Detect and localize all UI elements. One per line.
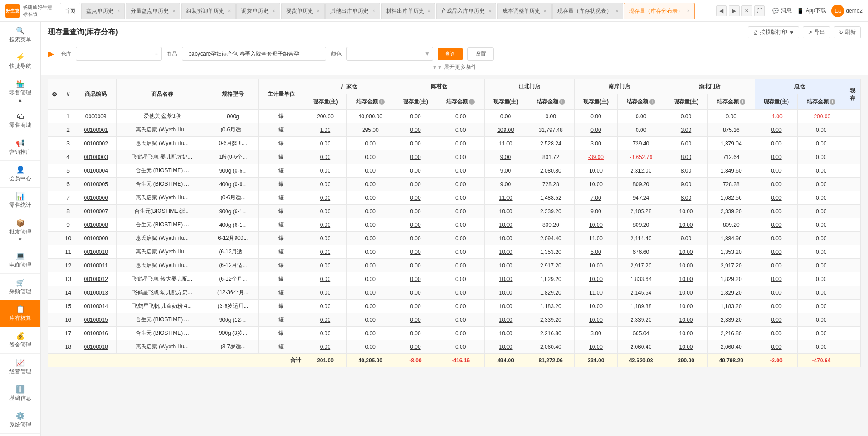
table-cell[interactable]: 0.00 [755, 259, 798, 272]
table-cell[interactable]: 0.00 [394, 205, 437, 218]
table-cell[interactable]: 0.00 [755, 191, 798, 205]
table-cell[interactable]: 0.00 [304, 245, 347, 259]
table-cell[interactable]: 10.00 [484, 218, 527, 232]
sidebar-item-operations[interactable]: 📈 经营管理 [0, 354, 40, 380]
table-cell[interactable]: 10.00 [665, 327, 708, 340]
table-cell[interactable]: 11.00 [484, 191, 527, 205]
table-cell[interactable]: 0.00 [394, 178, 437, 191]
table-cell[interactable]: 0.00 [755, 313, 798, 327]
table-cell[interactable]: 6.00 [665, 137, 708, 150]
table-cell[interactable]: 9.00 [484, 164, 527, 178]
table-cell[interactable]: 0.00 [755, 286, 798, 300]
tab-home[interactable]: 首页 [60, 3, 80, 19]
table-cell[interactable]: 10.00 [484, 245, 527, 259]
table-cell[interactable]: 8.00 [665, 150, 708, 164]
table-cell[interactable]: 10.00 [575, 178, 618, 191]
table-cell[interactable]: 00100008 [75, 218, 117, 232]
tab-close[interactable]: × [615, 8, 618, 14]
table-cell[interactable]: 0.00 [394, 327, 437, 340]
table-cell[interactable]: 10.00 [484, 313, 527, 327]
table-cell[interactable]: 7.00 [575, 191, 618, 205]
table-cell[interactable]: 00100018 [75, 340, 117, 354]
table-cell[interactable]: 0.00 [394, 286, 437, 300]
table-cell[interactable]: -1.00 [755, 110, 798, 123]
table-cell[interactable]: 00100015 [75, 313, 117, 327]
table-cell[interactable]: 10.00 [665, 245, 708, 259]
info-icon[interactable]: i [649, 99, 655, 105]
tab-yaohuo[interactable]: 要货单历史 × [281, 3, 325, 19]
sidebar-item-inventory[interactable]: 📋 库存核算 [0, 300, 40, 327]
table-cell[interactable]: 11.00 [575, 232, 618, 245]
table-cell[interactable]: 00100016 [75, 327, 117, 340]
color-input[interactable] [349, 49, 425, 59]
table-cell[interactable]: 11.00 [484, 137, 527, 150]
tab-close[interactable]: × [172, 8, 175, 14]
table-cell[interactable]: 1.00 [304, 123, 347, 137]
table-cell[interactable]: 00100011 [75, 259, 117, 272]
goods-input[interactable] [185, 49, 302, 59]
table-cell[interactable]: 10.00 [575, 300, 618, 313]
table-cell[interactable]: 200.00 [304, 110, 347, 123]
info-icon[interactable]: i [559, 99, 565, 105]
table-cell[interactable]: 10.00 [665, 300, 708, 313]
table-cell[interactable]: 0.00 [755, 137, 798, 150]
settings-btn[interactable]: 设置 [467, 47, 494, 61]
table-cell[interactable]: 0.00 [394, 232, 437, 245]
tab-expand-btn[interactable]: ⛶ [754, 5, 765, 16]
app-download-btn[interactable]: 📱 App下载 [797, 7, 826, 14]
table-cell[interactable]: 5.00 [575, 245, 618, 259]
tab-diaobuo[interactable]: 调拨单历史 × [236, 3, 280, 19]
table-cell[interactable]: 109.00 [484, 123, 527, 137]
table-cell[interactable]: 00100013 [75, 286, 117, 300]
table-cell[interactable]: 0.00 [304, 178, 347, 191]
tab-chenben[interactable]: 成本调整单历史 × [497, 3, 552, 19]
sidebar-item-quicknav[interactable]: ⚡ 快捷导航 [0, 48, 40, 75]
sidebar-item-retail[interactable]: 🏪 零售管理 ▲ [0, 75, 40, 108]
table-cell[interactable]: 0.00 [755, 218, 798, 232]
table-cell[interactable]: 0.00 [304, 259, 347, 272]
table-cell[interactable]: 0.00 [755, 245, 798, 259]
table-cell[interactable]: 0.00 [394, 272, 437, 286]
sidebar-item-retailshop[interactable]: 🛍 零售商城 [0, 108, 40, 134]
table-cell[interactable]: 10.00 [665, 313, 708, 327]
tab-chanchenpin[interactable]: 产成品入库单历史 × [436, 3, 496, 19]
tab-close-btn[interactable]: × [741, 5, 752, 16]
table-cell[interactable]: 11.00 [575, 286, 618, 300]
table-cell[interactable]: 0.00 [665, 110, 708, 123]
table-cell[interactable]: 0.00 [304, 150, 347, 164]
table-cell[interactable]: 0.00 [394, 164, 437, 178]
table-cell[interactable]: 0.00 [755, 232, 798, 245]
table-cell[interactable]: 0.00 [755, 300, 798, 313]
tab-zuzhang[interactable]: 组装拆卸单历史 × [181, 3, 236, 19]
tab-close[interactable]: × [228, 8, 231, 14]
info-icon[interactable]: i [740, 99, 745, 105]
tab-close[interactable]: × [372, 8, 375, 14]
tab-close[interactable]: × [428, 8, 430, 14]
sidebar-item-purchase[interactable]: 🛒 采购管理 [0, 274, 40, 300]
table-cell[interactable]: 10.00 [665, 205, 708, 218]
sidebar-item-wholesale[interactable]: 📦 批发管理 ▼ [0, 214, 40, 247]
table-cell[interactable]: 0.00 [394, 340, 437, 354]
table-cell[interactable]: 10.00 [484, 259, 527, 272]
table-cell[interactable]: 0.00 [755, 150, 798, 164]
sidebar-item-sysmanage[interactable]: ⚙️ 系统管理 [0, 407, 40, 434]
tab-pandian[interactable]: 盘点单历史 × [81, 3, 125, 19]
table-cell[interactable]: 0.00 [304, 327, 347, 340]
table-cell[interactable]: 00100003 [75, 150, 117, 164]
collapse-arrow[interactable]: ▶ [48, 49, 54, 59]
table-cell[interactable]: 0.00 [304, 272, 347, 286]
table-cell[interactable]: 10.00 [484, 286, 527, 300]
table-cell[interactable]: 9.00 [665, 232, 708, 245]
gear-icon[interactable]: ⚙ [52, 91, 57, 98]
sidebar-item-basicinfo[interactable]: ℹ️ 基础信息 [0, 380, 40, 407]
table-cell[interactable]: 00100004 [75, 164, 117, 178]
table-cell[interactable]: 9.00 [484, 178, 527, 191]
info-icon[interactable]: i [379, 99, 385, 105]
table-cell[interactable]: 8.00 [665, 164, 708, 178]
table-cell[interactable]: 3.00 [575, 137, 618, 150]
table-cell[interactable]: 0.00 [304, 191, 347, 205]
tab-qitachu[interactable]: 其他出库单历史 × [326, 3, 380, 19]
table-cell[interactable]: 0.00 [755, 164, 798, 178]
table-cell[interactable]: 10.00 [665, 340, 708, 354]
table-cell[interactable]: 0.00 [755, 123, 798, 137]
